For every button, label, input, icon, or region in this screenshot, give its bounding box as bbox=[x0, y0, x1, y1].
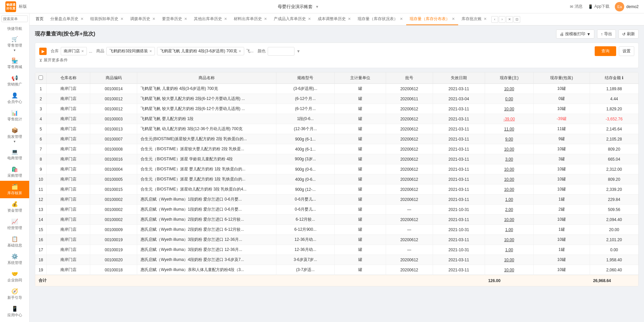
product-more[interactable]: 飞... bbox=[246, 48, 254, 54]
row-qty-main[interactable]: 10.00 bbox=[485, 104, 533, 114]
sidebar-item-retail-shop[interactable]: 🏪 零售商城 bbox=[0, 55, 29, 72]
expand-btn[interactable]: ⊻ 展开更多条件 bbox=[39, 57, 68, 63]
row-qty-main[interactable]: 10.00 bbox=[485, 235, 533, 245]
row-qty-main[interactable]: -39.00 bbox=[485, 114, 533, 124]
quick-nav[interactable]: 快捷导航 bbox=[0, 24, 29, 33]
row-qty-main[interactable]: 1.00 bbox=[485, 195, 533, 205]
search-input[interactable] bbox=[1, 15, 28, 22]
sidebar-item-ecommerce-mgmt[interactable]: 💻 电商管理 bbox=[0, 146, 29, 163]
warehouse-tag[interactable]: 南岸门店 ✕ bbox=[61, 47, 87, 55]
tab-product-in-history[interactable]: 产成品入库单历史 ✕ bbox=[270, 14, 314, 25]
tab-close-disassemble-history[interactable]: ✕ bbox=[120, 17, 123, 21]
sidebar-item-finance-mgmt[interactable]: 💰 资金管理 bbox=[0, 198, 29, 216]
settings-btn[interactable]: 设置 bbox=[619, 46, 634, 56]
tab-require-history[interactable]: 要货单历史 ✕ bbox=[159, 14, 191, 25]
sidebar-item-wholesale-mgmt[interactable]: 📦 批发管理 ▼ bbox=[0, 124, 29, 146]
product-tag-1-remove[interactable]: ✕ bbox=[149, 49, 152, 53]
sidebar-item-retail-stats[interactable]: 📊 零售统计 bbox=[0, 107, 29, 124]
row-no: 18 bbox=[35, 255, 47, 265]
tab-close-mix-history[interactable]: ✕ bbox=[152, 17, 155, 21]
filter-toggle-btn[interactable]: ▶ bbox=[39, 48, 47, 55]
tab-close-batch-voucher[interactable]: ✕ bbox=[484, 17, 487, 21]
color-input[interactable] bbox=[268, 47, 294, 56]
row-qty-main[interactable]: 10.00 bbox=[485, 84, 533, 94]
row-qty-main[interactable]: 0.00 bbox=[485, 94, 533, 104]
search-btn[interactable]: 查询 bbox=[595, 46, 616, 56]
tab-close-btn[interactable]: ✕ bbox=[506, 16, 513, 23]
row-batch: 20200612 bbox=[386, 114, 433, 124]
tab-close-current-inventory-status[interactable]: ✕ bbox=[400, 17, 403, 21]
row-qty-main[interactable]: 9.00 bbox=[485, 134, 533, 144]
tab-close-material-out-history[interactable]: ✕ bbox=[264, 17, 267, 21]
row-qty-main[interactable]: 11.00 bbox=[485, 124, 533, 134]
row-batch: 20200612 bbox=[386, 84, 433, 94]
row-qty-main[interactable]: 10.00 bbox=[485, 164, 533, 174]
tab-close-partial-inventory[interactable]: ✕ bbox=[80, 17, 84, 21]
user-area[interactable]: Ea demo2 bbox=[615, 2, 639, 11]
warehouse-remove-icon[interactable]: ✕ bbox=[81, 49, 84, 53]
export-btn[interactable]: ↑ 导出 bbox=[597, 30, 616, 39]
sidebar-item-purchase-mgmt[interactable]: 🛍️ 采购管理 bbox=[0, 163, 29, 181]
row-qty-main[interactable]: 10.00 bbox=[485, 184, 533, 195]
product-tag-2[interactable]: 飞鹤星飞帆 儿童奶粉 4段(3-6岁适用) 700克 ✕ bbox=[157, 47, 244, 55]
account-dropdown[interactable]: 母婴行业演示账套 ▼ bbox=[278, 4, 319, 10]
product-tag-1[interactable]: 飞鹤奶粉3段同捆搭装 ✕ bbox=[106, 47, 155, 55]
tab-current-inventory-dist[interactable]: 现存量（库存分布表） ✕ bbox=[406, 14, 458, 25]
tab-close-cost-adjust-history[interactable]: ✕ bbox=[348, 17, 351, 21]
tab-mix-history[interactable]: 调拨单历史 ✕ bbox=[127, 14, 159, 25]
tab-disassemble-history[interactable]: 组装拆卸单历史 ✕ bbox=[87, 14, 127, 25]
row-code: 00100002 bbox=[90, 205, 137, 215]
row-qty-main[interactable]: 10.00 bbox=[485, 215, 533, 225]
color-dropdown-icon[interactable]: ▼ bbox=[297, 49, 301, 54]
tab-close-product-in-history[interactable]: ✕ bbox=[308, 17, 311, 21]
warehouse-more[interactable]: ... bbox=[89, 49, 92, 54]
sidebar-item-basic-info[interactable]: 📋 基础信息 bbox=[0, 233, 29, 251]
sidebar-item-app-center[interactable]: 📱 应用中心 bbox=[0, 303, 29, 320]
sidebar-item-retail-mgmt[interactable]: 🛒 零售管理 ▼ bbox=[0, 33, 29, 55]
sidebar-item-enterprise-wechat[interactable]: 💬 企业微信 bbox=[0, 320, 29, 322]
sidebar-item-inventory-check[interactable]: 🗂️ 库存核算 bbox=[0, 181, 29, 198]
sidebar-item-enterprise-coop[interactable]: 🤝 企业协同 bbox=[0, 268, 29, 285]
row-amount: 2,105.28 bbox=[590, 134, 638, 144]
print-btn[interactable]: 🖨 按模板打印 ▼ bbox=[556, 30, 594, 39]
row-qty-main[interactable]: 1.00 bbox=[485, 245, 533, 255]
tab-material-out-history[interactable]: 材料出库单历史 ✕ bbox=[230, 14, 270, 25]
row-qty-main[interactable]: 10.00 bbox=[485, 265, 533, 275]
row-amount: 2,060.40 bbox=[590, 265, 638, 275]
row-qty-main[interactable]: 10.00 bbox=[485, 144, 533, 154]
app-download-btn[interactable]: 📱 App下载 bbox=[588, 4, 609, 9]
product-tag-2-remove[interactable]: ✕ bbox=[238, 49, 241, 53]
row-qty-main[interactable]: 1.00 bbox=[485, 225, 533, 235]
retail-shop-icon: 🏪 bbox=[11, 57, 18, 64]
tab-close-current-inventory-dist[interactable]: ✕ bbox=[452, 17, 455, 21]
sidebar-item-operation-mgmt[interactable]: 📈 经营管理 bbox=[0, 216, 29, 233]
tab-partial-inventory[interactable]: 分量盘点单历史 ✕ bbox=[47, 14, 87, 25]
row-expire: 2021-03-11 bbox=[433, 235, 485, 245]
row-warehouse: 南岸门店 bbox=[47, 235, 90, 245]
row-qty-main[interactable]: 2.00 bbox=[485, 205, 533, 215]
tab-current-inventory-status[interactable]: 现存量（库存状况表） ✕ bbox=[354, 14, 406, 25]
refresh-btn[interactable]: ↺ 刷新 bbox=[619, 30, 639, 39]
sidebar-item-new-guide[interactable]: 🧭 新手引导 bbox=[0, 285, 29, 303]
select-all-checkbox[interactable] bbox=[39, 75, 43, 80]
row-qty-main[interactable]: 10.00 bbox=[485, 255, 533, 265]
tab-cost-adjust-history[interactable]: 成本调整单历史 ✕ bbox=[314, 14, 354, 25]
tab-close-require-history[interactable]: ✕ bbox=[184, 17, 187, 21]
tab-prev-btn[interactable]: ‹ bbox=[491, 16, 498, 23]
row-warehouse: 南岸门店 bbox=[47, 225, 90, 235]
row-unit: 罐 bbox=[334, 144, 386, 154]
sidebar-item-system-mgmt[interactable]: ⚙️ 系统管理 bbox=[0, 251, 29, 268]
tab-batch-voucher[interactable]: 库存批次账 ✕ bbox=[458, 14, 490, 25]
th-warehouse: 仓库名称 bbox=[47, 72, 90, 84]
tab-other-out-history[interactable]: 其他出库单历史 ✕ bbox=[191, 14, 230, 25]
row-qty-main[interactable]: 10.00 bbox=[485, 174, 533, 184]
message-btn[interactable]: ✉ 消息 bbox=[570, 4, 583, 9]
dropdown-icon[interactable]: ▼ bbox=[315, 5, 319, 9]
sidebar-item-marketing[interactable]: 📢 营销推广 bbox=[0, 72, 29, 90]
tab-next-btn[interactable]: › bbox=[499, 16, 505, 23]
row-qty-main[interactable]: 3.00 bbox=[485, 154, 533, 164]
tab-close-other-out-history[interactable]: ✕ bbox=[224, 17, 227, 21]
tab-home[interactable]: 首页 bbox=[32, 14, 47, 25]
tab-expand-btn[interactable]: ⊡ bbox=[514, 16, 520, 23]
sidebar-item-member-center[interactable]: 👤 会员中心 bbox=[0, 90, 29, 107]
